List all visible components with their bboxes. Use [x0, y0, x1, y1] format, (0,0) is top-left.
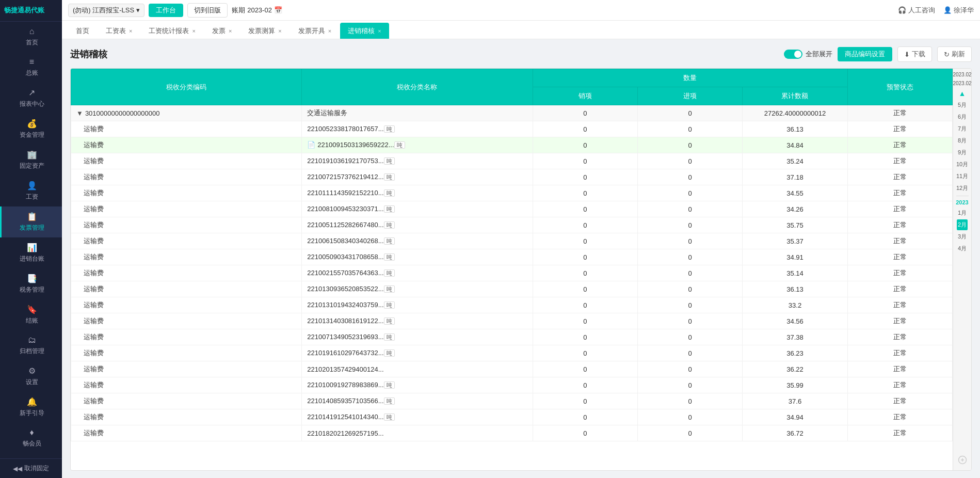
table-row[interactable]: 运输费 2210061508340340268...吨 0 0 35.37 正常 [71, 233, 953, 249]
tab-label-home: 首页 [76, 26, 89, 36]
download-button[interactable]: ⬇ 下载 [897, 46, 932, 62]
sidebar-nav: ⌂首页≡总账↗报表中心💰资金管理🏢固定资产👤工资📋发票管理📊进销台账📑税务管理🔖… [0, 22, 62, 458]
tab-invoice-open[interactable]: 发票开具× [291, 23, 339, 39]
table-row[interactable]: 运输费 2210140859357103566...吨 0 0 37.6 正常 [71, 393, 953, 409]
sidebar-item-ledger[interactable]: ≡总账 [0, 52, 62, 83]
month-12月[interactable]: 12月 [955, 183, 969, 194]
table-row[interactable]: 运输费 2210201357429400124... 0 0 36.22 正常 [71, 361, 953, 377]
table-row[interactable]: 运输费 2210130936520853522...吨 0 0 36.13 正常 [71, 281, 953, 297]
user-menu[interactable]: 👤 徐泽华 [943, 6, 974, 15]
month-2月[interactable]: 2月 [957, 219, 968, 230]
sidebar-item-salary[interactable]: 👤工资 [0, 176, 62, 206]
row-name: 运输费 [71, 233, 302, 249]
sidebar-item-settle[interactable]: 🔖结账 [0, 299, 62, 330]
row-code: 2210050903431708658...吨 [302, 249, 533, 265]
row-sales: 0 [533, 121, 637, 137]
right-panel: 2023.02 2023.02 ▲ 5月6月7月8月9月10月11月12月 20… [953, 69, 971, 470]
row-cumulative: 34.55 [743, 185, 847, 201]
table-row[interactable]: 运输费 2210071349052319693...吨 0 0 37.38 正常 [71, 329, 953, 345]
sidebar-item-settings[interactable]: ⚙设置 [0, 361, 62, 392]
main-area: (勿动) 江西报宝-LSS ▾ 工作台 切到旧版 账期 2023-02 📅 🎧 … [62, 0, 980, 478]
table-row[interactable]: 运输费 2210072157376219412...吨 0 0 37.18 正常 [71, 169, 953, 185]
table-row[interactable]: 运输费 2210111143592152210...吨 0 0 34.55 正常 [71, 185, 953, 201]
product-code-settings-button[interactable]: 商品编码设置 [838, 47, 892, 61]
month-1月[interactable]: 1月 [957, 208, 968, 218]
main-table: 税收分类编码 税收分类名称 数量 预警状态 销项 进项 累计数额 [71, 69, 953, 441]
month-5月[interactable]: 5月 [957, 100, 968, 110]
sidebar-item-home[interactable]: ⌂首页 [0, 22, 62, 52]
row-cumulative: 36.23 [743, 345, 847, 361]
toggle-switch[interactable] [784, 50, 802, 59]
table-scroll[interactable]: 税收分类编码 税收分类名称 数量 预警状态 销项 进项 累计数额 [71, 69, 953, 470]
sidebar-item-report[interactable]: ↗报表中心 [0, 83, 62, 114]
sidebar-label-vip: 畅会员 [23, 439, 41, 448]
table-row[interactable]: 运输费 2210050903431708658...吨 0 0 34.91 正常 [71, 249, 953, 265]
sidebar-item-archive[interactable]: 🗂归档管理 [0, 330, 62, 361]
tab-inv-check[interactable]: 进销稽核× [340, 23, 389, 39]
table-row[interactable]: 运输费 2210191036192170753...吨 0 0 35.24 正常 [71, 153, 953, 169]
tabbar: 首页工资表×工资统计报表×发票×发票测算×发票开具×进销稽核× [62, 21, 980, 39]
row-sales: 0 [533, 329, 637, 345]
month-8月[interactable]: 8月 [957, 135, 968, 146]
month-7月[interactable]: 7月 [957, 123, 968, 134]
month-4月[interactable]: 4月 [957, 243, 968, 254]
period-selector[interactable]: 账期 2023-02 📅 [232, 6, 282, 15]
row-code: 2210072157376219412...吨 [302, 169, 533, 185]
row-purchase: 0 [637, 377, 742, 393]
table-row[interactable]: 运输费 2210182021269257195... 0 0 36.72 正常 [71, 425, 953, 441]
tab-close-invoice-open[interactable]: × [328, 28, 331, 34]
table-row[interactable]: 运输费 2210141912541014340...吨 0 0 34.94 正常 [71, 409, 953, 425]
sidebar-item-tax[interactable]: 📑税务管理 [0, 268, 62, 299]
table-row[interactable]: 运输费 2210191610297643732...吨 0 0 36.23 正常 [71, 345, 953, 361]
sidebar-unpin-button[interactable]: ◀◀ 取消固定 [0, 458, 62, 478]
company-selector[interactable]: (勿动) 江西报宝-LSS ▾ [68, 4, 144, 17]
sidebar-item-vip[interactable]: ♦畅会员 [0, 423, 62, 453]
tab-close-invoice[interactable]: × [229, 28, 232, 34]
tab-salary-table[interactable]: 工资表× [98, 23, 140, 39]
tab-close-invoice-calc[interactable]: × [278, 28, 281, 34]
table-row[interactable]: 运输费 2210021557035764363...吨 0 0 35.14 正常 [71, 265, 953, 281]
row-status: 正常 [847, 425, 952, 441]
tab-invoice[interactable]: 发票× [204, 23, 239, 39]
table-row[interactable]: 运输费 📄2210091503139659222...吨 0 0 34.84 正… [71, 137, 953, 153]
row-sales: 0 [533, 377, 637, 393]
row-purchase: 0 [637, 361, 742, 377]
row-status: 正常 [847, 217, 952, 233]
sidebar-item-sales[interactable]: 📊进销台账 [0, 237, 62, 268]
tab-invoice-calc[interactable]: 发票测算× [240, 23, 289, 39]
table-row[interactable]: 运输费 2210131403081619122...吨 0 0 34.56 正常 [71, 313, 953, 329]
tab-close-salary-stats[interactable]: × [192, 28, 195, 34]
table-row[interactable]: 运输费 2210081009453230371...吨 0 0 34.26 正常 [71, 201, 953, 217]
month-6月[interactable]: 6月 [957, 111, 968, 122]
table-row[interactable]: 运输费 2210131019432403759...吨 0 0 33.2 正常 [71, 297, 953, 313]
tab-salary-stats[interactable]: 工资统计报表× [141, 23, 203, 39]
month-9月[interactable]: 9月 [957, 147, 968, 158]
row-purchase: 0 [637, 185, 742, 201]
sidebar-item-guide[interactable]: 🔔新手引导 [0, 392, 62, 423]
col-header-purchase: 进项 [637, 87, 742, 105]
tab-home[interactable]: 首页 [68, 23, 97, 39]
row-sales: 0 [533, 425, 637, 441]
help-button[interactable]: 🎧 人工咨询 [898, 6, 935, 15]
month-10月[interactable]: 10月 [955, 159, 969, 170]
headset-icon: 🎧 [898, 6, 906, 14]
scroll-up-icon[interactable]: ▲ [958, 88, 967, 99]
sidebar-item-capital[interactable]: 💰资金管理 [0, 114, 62, 145]
switch-old-button[interactable]: 切到旧版 [187, 3, 228, 18]
refresh-button[interactable]: ↻ 刷新 [937, 46, 972, 62]
tab-close-inv-check[interactable]: × [378, 28, 381, 34]
month-11月[interactable]: 11月 [955, 171, 969, 182]
month-3月[interactable]: 3月 [957, 231, 968, 242]
sidebar-item-fixed[interactable]: 🏢固定资产 [0, 145, 62, 176]
workbench-button[interactable]: 工作台 [149, 4, 183, 17]
unit-tag: 吨 [384, 381, 395, 389]
table-row[interactable]: 运输费 2210052338178017657...吨 0 0 36.13 正常 [71, 121, 953, 137]
sidebar-item-invoice[interactable]: 📋发票管理 [0, 206, 62, 237]
sidebar: 畅捷通易代账 ⌂首页≡总账↗报表中心💰资金管理🏢固定资产👤工资📋发票管理📊进销台… [0, 0, 62, 478]
table-row[interactable]: 运输费 2210051125282667480...吨 0 0 35.75 正常 [71, 217, 953, 233]
unit-tag: 吨 [384, 317, 395, 325]
tab-close-salary-table[interactable]: × [129, 28, 132, 34]
row-cumulative: 35.75 [743, 217, 847, 233]
table-row[interactable]: 运输费 2210100919278983869...吨 0 0 35.99 正常 [71, 377, 953, 393]
expand-toggle[interactable]: 全部展开 [784, 50, 832, 59]
